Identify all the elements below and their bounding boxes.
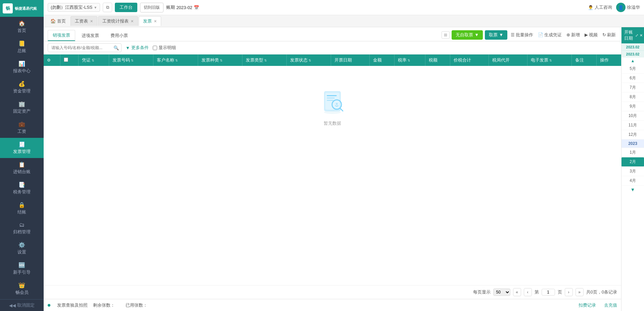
new-btn[interactable]: ⊕ 新增	[565, 30, 581, 40]
support-item[interactable]: 👨‍💼 人工咨询	[588, 4, 612, 10]
sub-tab-purchase[interactable]: 进项发票	[77, 30, 104, 41]
col-customer[interactable]: 客户名称⇅	[153, 54, 198, 66]
col-invoice-no[interactable]: 发票号码⇅	[109, 54, 153, 66]
date-month-10[interactable]: 10月	[622, 111, 644, 121]
sidebar-item-funds[interactable]: 💰 资金管理	[0, 77, 44, 98]
col-voucher[interactable]: 凭证⇅	[78, 54, 109, 66]
date-month-12[interactable]: 12月	[622, 130, 644, 140]
footer-bar: 发票查验及拍照 剩余张数： 已用张数： 扣费记录 去充值	[44, 299, 621, 311]
logo-text: 畅捷通易代账	[15, 6, 37, 11]
first-page-btn[interactable]: «	[513, 288, 521, 296]
support-icon: 👨‍💼	[588, 5, 593, 10]
scroll-down-btn[interactable]: ▼	[622, 186, 644, 194]
batch-ops-btn[interactable]: ☰ 批量操作	[509, 30, 535, 40]
next-page-btn[interactable]: ›	[565, 288, 573, 296]
grid-view-icon[interactable]: ⊞	[442, 31, 450, 39]
copy-button[interactable]: ⧉	[103, 3, 112, 12]
select-all-checkbox[interactable]	[64, 57, 68, 62]
tab-salary-table-label: 工资表	[75, 18, 88, 24]
sidebar-item-reports-label: 报表中心	[13, 68, 31, 74]
video-btn[interactable]: ▶ 视频	[583, 30, 599, 40]
sidebar-item-tax[interactable]: 📑 税务管理	[0, 178, 44, 198]
settings-icon: ⚙️	[18, 242, 25, 248]
generate-voucher-btn[interactable]: 📄 生成凭证	[537, 30, 563, 40]
sidebar-item-assets[interactable]: 🏢 固定资产	[0, 98, 44, 118]
sidebar-item-sales[interactable]: 📋 进销台账	[0, 158, 44, 178]
col-electronic[interactable]: 电子发票⇅	[527, 54, 571, 66]
sidebar-item-settings[interactable]: ⚙️ 设置	[0, 238, 44, 259]
refresh-btn[interactable]: ↻ 刷新	[601, 30, 617, 40]
tab-invoice-label: 发票	[143, 18, 152, 24]
show-details-checkbox[interactable]	[153, 46, 157, 50]
sidebar-item-archive[interactable]: 🗂 归档管理	[0, 219, 44, 238]
sidebar-item-closing[interactable]: 🔒 结账	[0, 198, 44, 219]
show-details-wrap[interactable]: 显示明细	[153, 45, 176, 51]
search-input[interactable]	[48, 43, 122, 52]
date-month-5[interactable]: 5月	[622, 64, 644, 74]
tab-invoice[interactable]: 发票 ✕	[139, 16, 161, 26]
col-invoice-category[interactable]: 发票类型⇅	[242, 54, 286, 66]
tab-salary-table-close[interactable]: ✕	[90, 19, 93, 24]
date-month-7[interactable]: 7月	[622, 83, 644, 92]
last-page-btn[interactable]: »	[576, 288, 584, 296]
take-btn[interactable]: 取票 ▼	[485, 30, 507, 40]
page-input[interactable]	[542, 289, 555, 296]
sidebar-item-salary[interactable]: 💼 工资	[0, 118, 44, 138]
company-selector[interactable]: (勿删）江西股宝-LSS ▼	[48, 3, 100, 12]
date-month-9[interactable]: 9月	[622, 102, 644, 111]
tab-salary-table[interactable]: 工资表 ✕	[71, 16, 97, 26]
date-month-1-2023[interactable]: 1月	[622, 148, 644, 157]
date-panel-header[interactable]: 开账日期 ⤢ ✕	[622, 27, 644, 43]
date-month-8[interactable]: 8月	[622, 92, 644, 102]
support-label: 人工咨询	[595, 4, 612, 10]
date-panel-expand-icon[interactable]: ⤢	[635, 33, 638, 38]
add-record-link[interactable]: 扣费记录	[579, 302, 596, 308]
sidebar-item-invoice-label: 发票管理	[13, 149, 31, 155]
sidebar-item-invoice[interactable]: 🧾 发票管理	[0, 138, 44, 158]
no-tax-btn[interactable]: 无自取票 ▼	[452, 30, 483, 40]
user-item[interactable]: 👤 徐溢华	[616, 3, 640, 12]
sidebar-item-ledger[interactable]: 📒 总账	[0, 37, 44, 57]
switch-version-button[interactable]: 切到旧版	[140, 3, 164, 12]
col-checkbox[interactable]	[60, 54, 79, 66]
date-year-header-1: 2023.02	[622, 43, 644, 50]
sidebar-item-reports[interactable]: 📊 报表中心	[0, 57, 44, 77]
col-settings[interactable]: ⚙	[44, 54, 60, 66]
sub-tab-expense[interactable]: 费用小票	[105, 30, 133, 41]
more-conditions-btn[interactable]: ▼ 更多条件	[126, 45, 149, 51]
prev-page-btn[interactable]: ‹	[524, 288, 532, 296]
tab-salary-stats[interactable]: 工资统计报表 ✕	[98, 16, 138, 26]
sidebar-item-guide[interactable]: 🆕 新手引导	[0, 259, 44, 279]
date-month-11[interactable]: 11月	[622, 121, 644, 130]
sub-tab-expense-label: 费用小票	[110, 33, 128, 38]
refresh-label: 刷新	[607, 32, 616, 38]
sidebar-item-home[interactable]: 🏠 首页	[0, 17, 44, 37]
sidebar-item-member[interactable]: 👑 畅会员	[0, 279, 44, 299]
reports-icon: 📊	[18, 61, 25, 67]
date-panel-close-icon[interactable]: ✕	[640, 33, 643, 38]
take-label: 取票	[489, 32, 498, 38]
tab-home[interactable]: 🏠 首页	[46, 16, 70, 26]
closing-icon: 🔒	[18, 202, 25, 208]
workspace-button[interactable]: 工作台	[115, 3, 137, 12]
col-invoice-type[interactable]: 发票种类⇅	[198, 54, 242, 66]
date-month-6[interactable]: 6月	[622, 74, 644, 83]
col-tax: 税额	[425, 54, 450, 66]
go-vip-link[interactable]: 去充值	[604, 302, 617, 308]
col-status[interactable]: 发票状态⇅	[287, 54, 331, 66]
tab-salary-stats-close[interactable]: ✕	[131, 19, 134, 24]
sub-tab-sales[interactable]: 销项发票	[48, 30, 75, 41]
sidebar-collapse[interactable]: ◀◀ 取消固定	[0, 299, 44, 311]
date-month-3-2023[interactable]: 3月	[622, 167, 644, 176]
col-tax-rate[interactable]: 税率⇅	[395, 54, 425, 66]
date-month-2-2023[interactable]: 2月	[622, 157, 644, 167]
page-size-select[interactable]: 50 100 200	[493, 288, 510, 296]
scroll-up-btn[interactable]: ▲	[622, 57, 644, 64]
take-dropdown-icon: ▼	[499, 32, 503, 37]
search-wrap: 🔍	[48, 43, 122, 52]
date-month-4-2023[interactable]: 4月	[622, 176, 644, 186]
tab-invoice-close[interactable]: ✕	[154, 19, 157, 24]
invoice-icon: 🧾	[18, 141, 25, 148]
generate-icon: 📄	[538, 32, 543, 37]
member-icon: 👑	[18, 282, 25, 288]
